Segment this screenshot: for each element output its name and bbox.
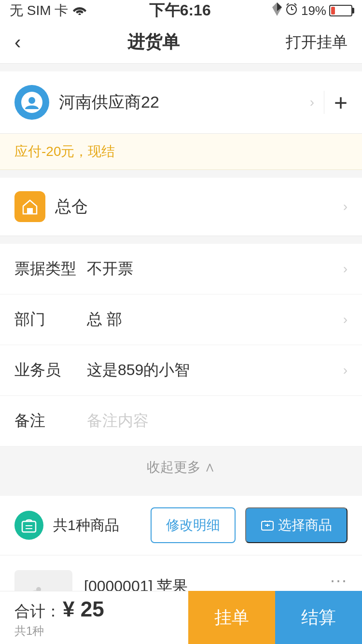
carrier-label: 无 SIM 卡 — [10, 1, 68, 20]
alarm-icon — [285, 2, 298, 19]
products-header: 共1种商品 修改明细 选择商品 — [0, 496, 362, 555]
edit-detail-button[interactable]: 修改明细 — [151, 507, 236, 543]
dept-row[interactable]: 部门 总 部 › — [0, 294, 362, 345]
invoice-chevron-icon: › — [343, 261, 348, 277]
sales-chevron-icon: › — [343, 363, 348, 378]
svg-point-4 — [28, 97, 35, 104]
open-hang-button[interactable]: 打开挂单 — [286, 32, 348, 53]
supplier-name: 河南供应商22 — [59, 91, 310, 113]
back-button[interactable]: ‹ — [14, 31, 21, 53]
battery-label: 19% — [301, 3, 326, 18]
page-title: 进货单 — [127, 30, 180, 54]
checkout-button[interactable]: 结算 — [275, 591, 362, 644]
checkout-label: 结算 — [301, 606, 336, 630]
bottom-summary: 合计： ¥ 25 共1种 — [0, 591, 188, 644]
bottom-bar: 合计： ¥ 25 共1种 挂单 结算 — [0, 591, 362, 644]
sales-label: 业务员 — [14, 360, 77, 381]
status-right: 19% — [272, 2, 352, 19]
select-product-label: 选择商品 — [278, 516, 332, 534]
add-supplier-button[interactable]: + — [334, 89, 348, 116]
svg-point-0 — [79, 14, 81, 15]
status-left: 无 SIM 卡 — [10, 1, 87, 20]
battery-icon — [329, 5, 352, 16]
nav-bar: ‹ 进货单 打开挂单 — [0, 21, 362, 64]
products-icon — [14, 511, 43, 540]
invoice-label: 票据类型 — [14, 258, 77, 280]
collapse-row[interactable]: 收起更多 ∧ — [0, 447, 362, 488]
wifi-icon — [72, 3, 87, 18]
supplier-chevron-icon: › — [310, 95, 314, 110]
supplier-section: 河南供应商22 › + 应付-20元，现结 — [0, 71, 362, 170]
note-label: 备注 — [14, 410, 77, 432]
select-product-button[interactable]: 选择商品 — [245, 507, 348, 543]
warehouse-chevron-icon: › — [343, 199, 348, 214]
svg-rect-5 — [27, 208, 33, 214]
note-row[interactable]: 备注 备注内容 — [0, 396, 362, 447]
invoice-row[interactable]: 票据类型 不开票 › — [0, 244, 362, 294]
supplier-row[interactable]: 河南供应商22 › + — [0, 71, 362, 134]
avatar-inner — [21, 92, 42, 113]
warehouse-section: 总仓 › — [0, 178, 362, 236]
hang-button[interactable]: 挂单 — [188, 591, 275, 644]
form-section: 票据类型 不开票 › 部门 总 部 › 业务员 这是859的小智 › 备注 备注… — [0, 244, 362, 447]
collapse-label: 收起更多 ∧ — [147, 458, 216, 476]
status-bar: 无 SIM 卡 下午6:16 19% — [0, 0, 362, 21]
svg-rect-6 — [22, 521, 36, 532]
warehouse-name: 总仓 — [55, 196, 343, 218]
dept-label: 部门 — [14, 309, 77, 330]
sales-row[interactable]: 业务员 这是859的小智 › — [0, 345, 362, 396]
dept-chevron-icon: › — [343, 312, 348, 327]
status-time: 下午6:16 — [149, 0, 211, 21]
sales-value: 这是859的小智 — [77, 360, 343, 381]
supplier-actions: › + — [310, 89, 348, 116]
total-label: 合计： — [14, 601, 61, 622]
note-input[interactable]: 备注内容 — [77, 410, 348, 432]
supplier-avatar — [14, 85, 49, 120]
product-count-label: 共1种 — [14, 623, 174, 639]
location-icon — [272, 2, 282, 19]
product-more-button[interactable]: ··· — [330, 570, 348, 590]
warehouse-row[interactable]: 总仓 › — [0, 178, 362, 236]
warehouse-icon — [14, 191, 45, 222]
hang-label: 挂单 — [214, 606, 249, 630]
supplier-notice: 应付-20元，现结 — [0, 134, 362, 170]
products-count: 共1种商品 — [53, 516, 141, 535]
dept-value: 总 部 — [77, 309, 343, 330]
invoice-value: 不开票 — [77, 258, 343, 280]
total-amount: ¥ 25 — [63, 597, 104, 621]
